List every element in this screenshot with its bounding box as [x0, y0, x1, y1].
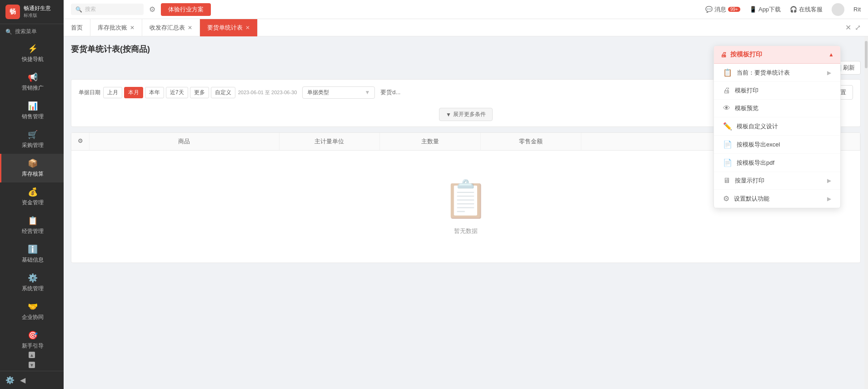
template-print-item[interactable]: 🖨 模板打印	[714, 82, 840, 100]
order-type-select[interactable]: 单据类型 ▼	[302, 86, 375, 99]
empty-text: 暂无数据	[454, 227, 478, 235]
col-product: 商品	[90, 133, 279, 150]
topbar-gear-icon[interactable]: ⚙	[149, 5, 155, 14]
topbar-search-icon: 🔍	[75, 6, 82, 13]
topbar-right: 💬 消息 99+ 📱 App下载 🎧 在线客服 Rit	[705, 3, 861, 16]
sidebar-item-quick-nav[interactable]: ⚡ 快捷导航	[0, 39, 64, 68]
sidebar-logo: 畅 畅通好生意 标准版	[0, 0, 64, 24]
template-design-item[interactable]: ✏️ 模板自定义设计	[714, 117, 840, 136]
tab-collection-summary[interactable]: 收发存汇总表✕	[142, 19, 200, 36]
search-icon: 🔍	[5, 29, 12, 35]
sidebar-item-operation[interactable]: 📋 经营管理	[0, 211, 64, 240]
date-btn-more[interactable]: 更多	[190, 87, 209, 98]
template-export-pdf-item[interactable]: 📄 按模板导出pdf	[714, 154, 840, 172]
topbar-search[interactable]: 🔍 搜索	[71, 4, 144, 15]
sidebar-icon-quick-nav: ⚡	[28, 44, 38, 54]
sidebar-settings-icon[interactable]: ⚙️	[5, 376, 15, 384]
date-btn-last-7-days[interactable]: 近7天	[166, 87, 188, 98]
template-export-pdf-label: 按模板导出pdf	[737, 159, 774, 167]
template-preview-icon: 👁	[723, 104, 730, 112]
sidebar-label-marketing: 营销推广	[22, 84, 44, 92]
sidebar-item-guide[interactable]: 🎯 新手引导	[0, 326, 64, 349]
dropdown-print-icon: 🖨	[720, 51, 727, 58]
sidebar-item-cooperation[interactable]: 🤝 企业协同	[0, 297, 64, 326]
col-quantity: 主数量	[380, 133, 480, 150]
current-chevron: ▶	[827, 70, 831, 76]
sidebar-item-sales[interactable]: 📊 销售管理	[0, 96, 64, 125]
expand-icon: ▼	[446, 111, 451, 118]
template-design-label: 模板自定义设计	[737, 122, 778, 131]
sidebar-icon-purchase: 🛒	[28, 130, 38, 140]
app-download-label: App下载	[758, 5, 781, 14]
date-btn-current-year[interactable]: 本年	[145, 87, 164, 98]
col-settings[interactable]: ⚙	[71, 133, 90, 150]
tab-close-batch-account[interactable]: ✕	[130, 25, 135, 31]
sidebar-item-system[interactable]: ⚙️ 系统管理	[0, 268, 64, 297]
date-label: 单据日期	[79, 89, 100, 96]
scroll-down-btn[interactable]: ▼	[29, 362, 35, 368]
sidebar-nav: ⚡ 快捷导航 📢 营销推广 📊 销售管理 🛒 采购管理 📦 库存核算 💰 资金管…	[0, 39, 64, 349]
sidebar-collapse-icon[interactable]: ◀	[20, 376, 25, 384]
tab-home[interactable]: 首页	[71, 19, 90, 36]
set-default-item[interactable]: ⚙ 设置默认功能 ▶	[714, 190, 840, 208]
set-default-icon: ⚙	[723, 194, 729, 203]
tab-demand-summary[interactable]: 要货单统计表✕	[200, 19, 258, 36]
tab-close-collection-summary[interactable]: ✕	[188, 25, 192, 31]
sidebar-label-purchase: 采购管理	[22, 141, 44, 149]
sidebar-label-inventory: 库存核算	[22, 170, 44, 178]
sidebar-icon-cooperation: 🤝	[28, 302, 38, 312]
avatar[interactable]	[832, 3, 844, 16]
template-print-label: 模板打印	[735, 86, 758, 95]
sidebar-item-purchase[interactable]: 🛒 采购管理	[0, 125, 64, 154]
scrollbar-thumb[interactable]	[865, 41, 868, 68]
topbar-search-text: 搜索	[85, 5, 96, 13]
tab-label-demand-summary: 要货单统计表	[207, 24, 243, 32]
sidebar: 畅 畅通好生意 标准版 🔍 搜索菜单 ⚡ 快捷导航 📢 营销推广 📊 销售管理 …	[0, 0, 64, 389]
sidebar-item-inventory[interactable]: 📦 库存核算	[0, 154, 64, 182]
sidebar-item-finance[interactable]: 💰 资金管理	[0, 182, 64, 211]
sidebar-icon-finance: 💰	[28, 187, 38, 197]
sidebar-icon-basic-info: ℹ️	[28, 244, 38, 254]
online-service-btn[interactable]: 🎧 在线客服	[790, 5, 823, 14]
maximize-icon[interactable]: ⤢	[855, 23, 861, 32]
date-btn-prev-month[interactable]: 上月	[103, 87, 122, 98]
tab-batch-account[interactable]: 库存批次账✕	[90, 19, 142, 36]
sidebar-item-basic-info[interactable]: ℹ️ 基础信息	[0, 240, 64, 268]
template-export-excel-item[interactable]: 📄 按模板导出excel	[714, 136, 840, 154]
tabs-container: 首页库存批次账✕收发存汇总表✕要货单统计表✕	[71, 19, 845, 36]
set-default-chevron: ▶	[827, 196, 831, 202]
col-unit: 主计量单位	[279, 133, 380, 150]
sidebar-bottom: ⚙️ ◀	[0, 371, 64, 389]
tab-label-collection-summary: 收发存汇总表	[150, 24, 185, 32]
scroll-up-btn[interactable]: ▲	[29, 352, 35, 358]
print-dropdown: 🖨 按模板打印 ▲ 📋 当前：要货单统计表 ▶ 🖨 模板打印 👁 模板预览 ✏️…	[713, 45, 841, 208]
app-download-icon: 📱	[749, 6, 757, 13]
tab-close-demand-summary[interactable]: ✕	[245, 25, 250, 31]
display-print-chevron: ▶	[827, 177, 831, 184]
tab-label-home: 首页	[71, 24, 83, 32]
sidebar-search[interactable]: 🔍 搜索菜单	[0, 24, 64, 39]
date-btn-custom[interactable]: 自定义	[211, 87, 235, 98]
expand-filter-btn[interactable]: ▼ 展开更多条件	[439, 108, 493, 121]
messages-btn[interactable]: 💬 消息 99+	[705, 5, 740, 14]
tab-label-batch-account: 库存批次账	[98, 24, 127, 32]
sidebar-label-cooperation: 企业协同	[22, 313, 44, 321]
display-print-item[interactable]: 🖥 按显示打印 ▶	[714, 172, 840, 190]
online-service-icon: 🎧	[790, 6, 797, 13]
app-download-btn[interactable]: 📱 App下载	[749, 5, 781, 14]
date-btns: 上月本月本年近7天更多自定义	[103, 87, 235, 98]
close-window-icon[interactable]: ✕	[845, 23, 851, 32]
demand-goods-label: 要货d...	[380, 88, 400, 96]
date-btn-current-month[interactable]: 本月	[124, 87, 143, 98]
app-icon: 畅	[5, 5, 20, 19]
search-label: 搜索菜单	[15, 28, 37, 35]
display-print-icon: 🖥	[723, 177, 730, 185]
sidebar-label-system: 系统管理	[22, 285, 44, 293]
template-preview-item[interactable]: 👁 模板预览	[714, 100, 840, 117]
current-template-item[interactable]: 📋 当前：要货单统计表 ▶	[714, 64, 840, 82]
right-scrollbar	[864, 36, 868, 389]
date-range: 2023-06-01 至 2023-06-30	[238, 89, 297, 96]
sidebar-label-basic-info: 基础信息	[22, 256, 44, 264]
industry-btn[interactable]: 体验行业方案	[161, 3, 211, 16]
sidebar-item-marketing[interactable]: 📢 营销推广	[0, 68, 64, 96]
